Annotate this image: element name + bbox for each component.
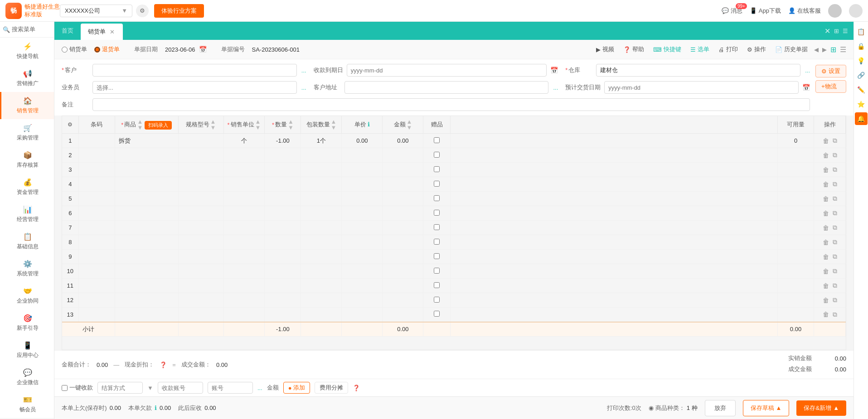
- radio-sales-order[interactable]: 销货单: [62, 45, 87, 53]
- row-gift-1[interactable]: [423, 134, 451, 148]
- row-barcode-9[interactable]: [78, 250, 115, 264]
- row-price-9[interactable]: [342, 250, 383, 264]
- tab-layout-list-icon[interactable]: ☰: [843, 28, 848, 34]
- sidebar-item-purchase[interactable]: 🛒 采购管理: [0, 119, 54, 146]
- row-packqty-6[interactable]: [301, 206, 342, 221]
- row-gift-2[interactable]: [423, 148, 451, 163]
- row-price-5[interactable]: [342, 192, 383, 206]
- sidebar-item-member[interactable]: 🎫 畅会员: [0, 391, 54, 418]
- sidebar-item-sales[interactable]: 🏠 销售管理: [0, 92, 54, 119]
- row-barcode-3[interactable]: [78, 163, 115, 177]
- row-amount-1[interactable]: 0.00: [383, 134, 423, 148]
- delete-icon[interactable]: 🗑: [823, 311, 829, 318]
- row-spec-1[interactable]: [178, 134, 223, 148]
- delivery-calendar-icon[interactable]: 📅: [802, 84, 810, 91]
- row-unit-9[interactable]: [223, 250, 265, 264]
- row-unit-11[interactable]: [223, 279, 265, 293]
- customer-input[interactable]: [92, 64, 297, 77]
- row-barcode-4[interactable]: [78, 177, 115, 192]
- row-barcode-7[interactable]: [78, 221, 115, 235]
- price-info-icon[interactable]: ℹ: [368, 121, 370, 128]
- row-spec-9[interactable]: [178, 250, 223, 264]
- one-click-payment-label[interactable]: 一键收款: [62, 384, 93, 392]
- row-amount-6[interactable]: [383, 206, 423, 221]
- right-panel-star-icon[interactable]: ⭐: [855, 98, 868, 111]
- row-packqty-12[interactable]: [301, 293, 342, 308]
- row-price-6[interactable]: [342, 206, 383, 221]
- delete-icon[interactable]: 🗑: [823, 137, 829, 144]
- row-gift-4[interactable]: [423, 177, 451, 192]
- row-product-5[interactable]: [115, 192, 178, 206]
- sidebar-item-basic[interactable]: 📋 基础信息: [0, 228, 54, 255]
- row-spec-13[interactable]: [178, 308, 223, 322]
- row-product-9[interactable]: [115, 250, 178, 264]
- row-amount-13[interactable]: [383, 308, 423, 322]
- toolbar-video-btn[interactable]: ▶ 视频: [593, 44, 617, 54]
- copy-icon[interactable]: ⧉: [833, 253, 837, 260]
- tab-layout-grid-icon[interactable]: ⊞: [834, 28, 839, 34]
- sidebar-item-appstore[interactable]: 📱 应用中心: [0, 337, 54, 364]
- sidebar-item-business[interactable]: 📊 经营管理: [0, 201, 54, 228]
- row-product-2[interactable]: [115, 148, 178, 163]
- fee-split-button[interactable]: 费用分摊: [315, 382, 348, 394]
- row-unit-13[interactable]: [223, 308, 265, 322]
- sidebar-search[interactable]: 🔍 搜索菜单: [0, 22, 54, 38]
- delete-icon[interactable]: 🗑: [823, 152, 829, 159]
- debit-info-icon[interactable]: ℹ: [155, 405, 157, 411]
- copy-icon[interactable]: ⧉: [833, 137, 837, 144]
- row-price-1[interactable]: 0.00: [342, 134, 383, 148]
- note-input[interactable]: [92, 98, 810, 111]
- copy-icon[interactable]: ⧉: [833, 311, 837, 318]
- row-packqty-3[interactable]: [301, 163, 342, 177]
- row-qty-3[interactable]: [265, 163, 301, 177]
- row-unit-8[interactable]: [223, 235, 265, 250]
- row-packqty-10[interactable]: [301, 264, 342, 279]
- copy-icon[interactable]: ⧉: [833, 238, 837, 246]
- scan-button[interactable]: 扫码录入: [145, 121, 172, 130]
- user-avatar-2[interactable]: [849, 4, 863, 18]
- delete-icon[interactable]: 🗑: [823, 181, 829, 188]
- row-price-7[interactable]: [342, 221, 383, 235]
- th-settings[interactable]: ⚙: [62, 116, 78, 134]
- copy-icon[interactable]: ⧉: [833, 180, 837, 188]
- account-input[interactable]: [158, 382, 203, 394]
- row-gift-6[interactable]: [423, 206, 451, 221]
- row-price-8[interactable]: [342, 235, 383, 250]
- settings-button[interactable]: ⚙ 设置: [815, 65, 846, 77]
- row-gift-8[interactable]: [423, 235, 451, 250]
- customer-dots-icon[interactable]: ...: [301, 67, 306, 74]
- delete-icon[interactable]: 🗑: [823, 268, 829, 275]
- sidebar-item-finance[interactable]: 💰 资金管理: [0, 173, 54, 201]
- row-amount-7[interactable]: [383, 221, 423, 235]
- row-product-3[interactable]: [115, 163, 178, 177]
- row-unit-3[interactable]: [223, 163, 265, 177]
- sidebar-item-guide[interactable]: 🎯 新手引导: [0, 309, 54, 337]
- row-spec-3[interactable]: [178, 163, 223, 177]
- toolbar-help-btn[interactable]: ❓ 帮助: [621, 44, 647, 54]
- row-price-10[interactable]: [342, 264, 383, 279]
- row-amount-10[interactable]: [383, 264, 423, 279]
- row-amount-11[interactable]: [383, 279, 423, 293]
- row-barcode-6[interactable]: [78, 206, 115, 221]
- row-spec-12[interactable]: [178, 293, 223, 308]
- row-spec-2[interactable]: [178, 148, 223, 163]
- row-product-13[interactable]: [115, 308, 178, 322]
- row-gift-9[interactable]: [423, 250, 451, 264]
- row-unit-12[interactable]: [223, 293, 265, 308]
- toolbar-ops-btn[interactable]: ⚙ 操作: [744, 44, 769, 54]
- row-spec-4[interactable]: [178, 177, 223, 192]
- row-gift-13[interactable]: [423, 308, 451, 322]
- trial-button[interactable]: 体验行业方案: [154, 4, 204, 18]
- row-gift-11[interactable]: [423, 279, 451, 293]
- warehouse-input[interactable]: [596, 64, 800, 77]
- add-payment-button[interactable]: ● 添加: [283, 382, 310, 394]
- calc-method-input[interactable]: [97, 382, 143, 394]
- product-kind[interactable]: ◉ 商品种类： 1 种: [649, 404, 698, 412]
- toolbar-shortcut-btn[interactable]: ⌨ 快捷键: [650, 44, 684, 54]
- row-unit-5[interactable]: [223, 192, 265, 206]
- row-qty-13[interactable]: [265, 308, 301, 322]
- delete-icon[interactable]: 🗑: [823, 224, 829, 231]
- message-button[interactable]: 💬 消息 99+: [722, 7, 742, 15]
- customer-address-input[interactable]: [344, 81, 549, 94]
- delete-icon[interactable]: 🗑: [823, 253, 829, 260]
